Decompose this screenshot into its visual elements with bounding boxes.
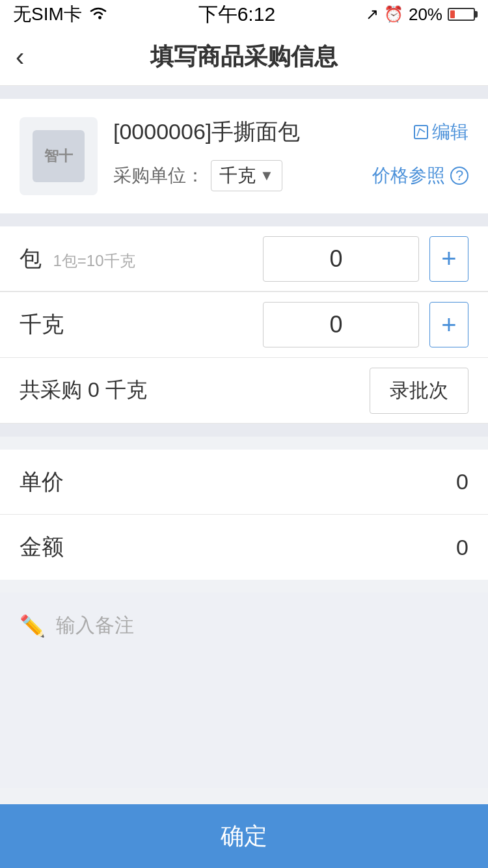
kg-input-wrap: + xyxy=(98,302,468,347)
unit-price-value: 0 xyxy=(456,469,468,495)
bag-row: 包 1包=10千克 + xyxy=(0,226,488,292)
page-title: 填写商品采购信息 xyxy=(150,41,338,73)
battery-icon xyxy=(448,8,475,21)
amount-row: 金额 0 xyxy=(0,515,488,580)
svg-rect-0 xyxy=(414,126,427,139)
nav-bar: ‹ 填写商品采购信息 xyxy=(0,29,488,86)
amount-label: 金额 xyxy=(20,532,64,562)
battery-percent: 20% xyxy=(409,5,442,25)
unit-price-label: 单价 xyxy=(20,467,64,497)
mid-divider-2 xyxy=(0,424,488,437)
status-time: 下午6:12 xyxy=(198,1,275,28)
price-ref-button[interactable]: 价格参照 ? xyxy=(372,163,468,188)
product-thumb-label: 智十 xyxy=(33,130,85,182)
kg-input[interactable] xyxy=(263,302,419,347)
note-placeholder: ✏️ 输入备注 xyxy=(20,612,468,639)
pencil-icon: ✏️ xyxy=(20,614,46,638)
note-placeholder-text: 输入备注 xyxy=(56,612,134,639)
unit-select[interactable]: 千克 ▼ xyxy=(211,160,282,191)
total-row: 共采购 0 千克 录批次 xyxy=(0,358,488,423)
wifi-icon xyxy=(88,4,108,25)
total-text: 共采购 0 千克 xyxy=(20,376,147,405)
price-section: 单价 0 金额 0 xyxy=(0,450,488,580)
record-batch-button[interactable]: 录批次 xyxy=(370,368,468,414)
unit-label: 采购单位： xyxy=(113,163,204,188)
product-name-row: [0000006]手撕面包 编辑 xyxy=(113,117,468,147)
bag-input[interactable] xyxy=(263,236,419,282)
dropdown-arrow-icon: ▼ xyxy=(260,167,274,184)
unit-value: 千克 xyxy=(219,163,256,188)
carrier-label: 无SIM卡 xyxy=(13,2,82,27)
amount-value: 0 xyxy=(456,535,468,560)
status-left: 无SIM卡 xyxy=(13,2,108,27)
quantity-form: 包 1包=10千克 + 千克 + xyxy=(0,226,488,357)
edit-button[interactable]: 编辑 xyxy=(413,120,468,144)
product-info: [0000006]手撕面包 编辑 采购单位： 千克 ▼ 价格参照 ? xyxy=(113,117,468,191)
info-icon: ? xyxy=(450,167,468,185)
kg-label: 千克 xyxy=(20,310,98,340)
mid-divider-1 xyxy=(0,213,488,226)
kg-plus-button[interactable]: + xyxy=(429,302,468,347)
status-right: ↗ ⏰ 20% xyxy=(366,5,475,25)
status-bar: 无SIM卡 下午6:12 ↗ ⏰ 20% xyxy=(0,0,488,29)
bag-input-wrap: + xyxy=(135,236,468,282)
unit-price-row: 单价 0 xyxy=(0,450,488,515)
note-section[interactable]: ✏️ 输入备注 xyxy=(0,593,488,788)
product-thumbnail: 智十 xyxy=(20,117,98,195)
back-button[interactable]: ‹ xyxy=(16,42,24,72)
bag-sub: 1包=10千克 xyxy=(53,252,135,269)
product-card: 智十 [0000006]手撕面包 编辑 采购单位： 千克 ▼ 价格参照 ? xyxy=(0,99,488,213)
bag-plus-button[interactable]: + xyxy=(429,236,468,282)
product-unit-row: 采购单位： 千克 ▼ 价格参照 ? xyxy=(113,160,468,191)
top-divider xyxy=(0,86,488,99)
product-name: [0000006]手撕面包 xyxy=(113,117,300,147)
bag-label: 包 1包=10千克 xyxy=(20,244,135,274)
location-icon: ↗ xyxy=(366,5,379,23)
confirm-button-label: 确定 xyxy=(221,821,267,852)
kg-row: 千克 + xyxy=(0,292,488,357)
alarm-icon: ⏰ xyxy=(384,5,403,23)
price-ref-label: 价格参照 xyxy=(372,163,445,188)
confirm-button[interactable]: 确定 xyxy=(0,804,488,868)
